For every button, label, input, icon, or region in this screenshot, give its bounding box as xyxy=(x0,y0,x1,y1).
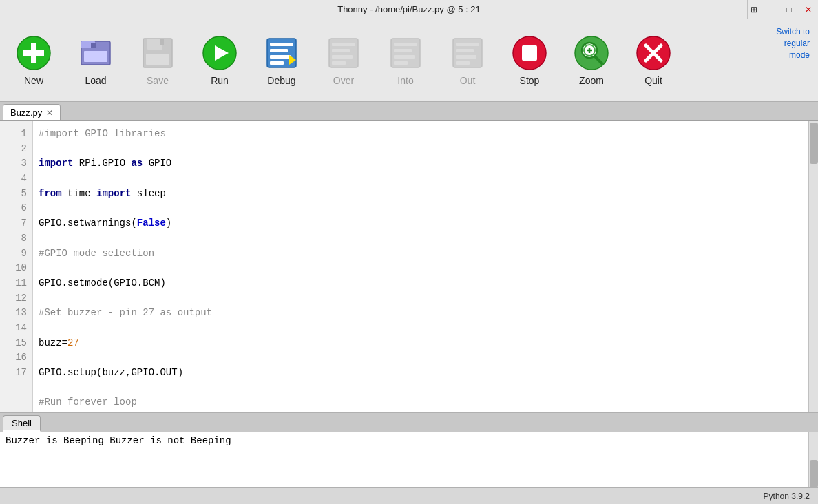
svg-rect-10 xyxy=(146,54,169,65)
new-icon xyxy=(14,34,53,72)
code-line-5: #GPIO mode selection xyxy=(39,246,803,262)
statusbar: Python 3.9.2 xyxy=(0,487,818,504)
debug-icon xyxy=(262,34,301,72)
over-button[interactable]: Over xyxy=(313,23,374,97)
save-icon xyxy=(138,34,177,72)
code-line-8: buzz=27 xyxy=(39,336,803,351)
svg-rect-20 xyxy=(332,43,355,46)
code-line-3: from time import sleep xyxy=(39,187,803,202)
run-button[interactable]: Run xyxy=(189,23,250,97)
svg-rect-5 xyxy=(84,51,107,62)
svg-rect-23 xyxy=(332,61,346,65)
line-num-4: 4 xyxy=(0,171,32,187)
load-label: Load xyxy=(85,75,106,86)
minimize-button[interactable]: – xyxy=(760,0,779,19)
svg-rect-22 xyxy=(332,55,353,59)
shell-output[interactable]: Buzzer is Beeping Buzzer is not Beeping xyxy=(0,432,808,487)
line-num-1: 1 xyxy=(0,127,32,142)
svg-rect-31 xyxy=(456,49,474,52)
line-num-10: 10 xyxy=(0,261,32,276)
line-num-7: 7 xyxy=(0,216,32,231)
zoom-label: Zoom xyxy=(579,75,604,86)
out-label: Out xyxy=(460,75,476,86)
svg-rect-28 xyxy=(394,61,408,65)
stop-label: Stop xyxy=(520,75,540,86)
line-num-2: 2 xyxy=(0,142,32,157)
run-label: Run xyxy=(211,75,229,86)
line-num-13: 13 xyxy=(0,306,32,321)
debug-label: Debug xyxy=(267,75,295,86)
load-icon xyxy=(76,34,115,72)
stop-icon xyxy=(510,34,549,72)
line-num-5: 5 xyxy=(0,187,32,202)
line-numbers: 1 2 3 4 5 6 7 8 9 10 11 12 13 14 15 16 1… xyxy=(0,121,33,412)
shell-scrollbar[interactable] xyxy=(808,432,818,487)
line-num-9: 9 xyxy=(0,246,32,262)
svg-rect-25 xyxy=(394,43,417,46)
maximize-button[interactable]: □ xyxy=(779,0,799,19)
save-label: Save xyxy=(147,75,169,86)
svg-rect-16 xyxy=(270,55,291,59)
shell-area: Shell Buzzer is Beeping Buzzer is not Be… xyxy=(0,412,818,487)
svg-rect-27 xyxy=(394,55,415,59)
svg-rect-15 xyxy=(270,49,288,52)
zoom-icon xyxy=(572,34,611,72)
stop-button[interactable]: Stop xyxy=(499,23,560,97)
svg-rect-30 xyxy=(456,43,479,46)
save-button[interactable]: Save xyxy=(127,23,188,97)
zoom-button[interactable]: Zoom xyxy=(561,23,622,97)
shell-tab[interactable]: Shell xyxy=(3,415,41,432)
svg-rect-35 xyxy=(522,45,537,61)
code-editor[interactable]: #import GPIO libraries import RPi.GPIO a… xyxy=(33,121,808,412)
over-label: Over xyxy=(333,75,354,86)
shell-tab-label: Shell xyxy=(12,418,32,428)
line-num-11: 11 xyxy=(0,276,32,291)
svg-rect-32 xyxy=(456,55,476,59)
svg-rect-26 xyxy=(394,49,412,52)
shell-tabbar: Shell xyxy=(0,413,818,432)
code-line-7: #Set buzzer - pin 27 as output xyxy=(39,306,803,321)
editor-area: 1 2 3 4 5 6 7 8 9 10 11 12 13 14 15 16 1… xyxy=(0,121,818,412)
line-num-15: 15 xyxy=(0,336,32,351)
out-icon xyxy=(448,34,487,72)
svg-rect-14 xyxy=(270,43,293,46)
titlebar: Thonny - /home/pi/Buzz.py @ 5 : 21 ⊞ – □… xyxy=(0,0,818,19)
svg-rect-2 xyxy=(23,50,44,56)
toolbar: New Load Save xyxy=(0,19,818,102)
close-button[interactable]: ✕ xyxy=(799,0,818,19)
quit-icon xyxy=(634,34,673,72)
load-button[interactable]: Load xyxy=(65,23,126,97)
shell-content: Buzzer is Beeping Buzzer is not Beeping xyxy=(0,432,818,487)
code-line-2: import RPi.GPIO as GPIO xyxy=(39,156,803,171)
line-num-17: 17 xyxy=(0,366,32,381)
editor-scrollbar[interactable] xyxy=(808,121,818,412)
out-button[interactable]: Out xyxy=(437,23,498,97)
python-version: Python 3.9.2 xyxy=(764,492,810,501)
debug-button[interactable]: Debug xyxy=(251,23,312,97)
titlebar-controls: ⊞ – □ ✕ xyxy=(747,0,818,19)
svg-rect-21 xyxy=(332,49,350,52)
svg-rect-17 xyxy=(270,61,284,65)
grid-icon: ⊞ xyxy=(751,5,757,14)
switch-mode-link[interactable]: Switch to regular mode xyxy=(770,22,815,65)
file-tab[interactable]: Buzz.py ✕ xyxy=(3,104,61,120)
tab-filename: Buzz.py xyxy=(10,107,42,118)
window-title: Thonny - /home/pi/Buzz.py @ 5 : 21 xyxy=(337,4,481,14)
over-icon xyxy=(324,34,363,72)
into-button[interactable]: Into xyxy=(375,23,436,97)
line-num-12: 12 xyxy=(0,291,32,306)
into-icon xyxy=(386,34,425,72)
line-num-6: 6 xyxy=(0,201,32,216)
quit-button[interactable]: Quit xyxy=(623,23,684,97)
line-num-16: 16 xyxy=(0,350,32,366)
code-line-6: GPIO.setmode(GPIO.BCM) xyxy=(39,276,803,291)
code-line-10: #Run forever loop xyxy=(39,395,803,410)
line-num-3: 3 xyxy=(0,156,32,171)
new-label: New xyxy=(24,75,43,86)
tab-close-button[interactable]: ✕ xyxy=(46,109,53,117)
into-label: Into xyxy=(397,75,413,86)
new-button[interactable]: New xyxy=(3,23,64,97)
run-icon xyxy=(200,34,239,72)
line-num-14: 14 xyxy=(0,321,32,336)
code-line-4: GPIO.setwarnings(False) xyxy=(39,216,803,231)
